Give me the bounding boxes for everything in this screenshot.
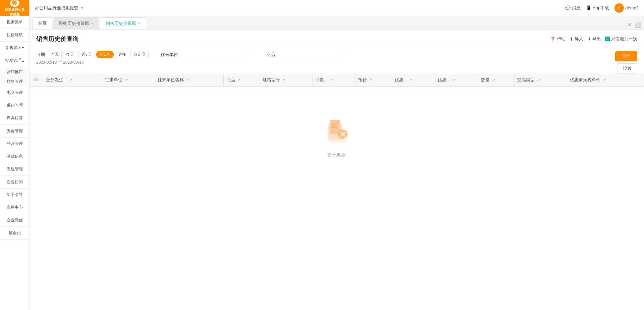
sidebar-item-app-center[interactable]: 应用中心 xyxy=(0,201,29,214)
close-window-icon[interactable]: ✕ xyxy=(628,21,632,28)
table-col-trade-type: 交易类型 ▴▾ xyxy=(515,73,567,87)
app-download-button[interactable]: 📱 App下载 xyxy=(586,5,609,11)
main-area: 办公用品行业模拟账套 ▾ 💬 消息 📱 App下载 d demo2 首页 采购历… xyxy=(30,0,644,310)
tab-purchase-close-icon[interactable]: × xyxy=(91,21,94,25)
table-header-row: ⚙ 业务发生... ▴▾ 往来单位 ▴▾ 往来单位名称 ▴▾ xyxy=(30,73,644,87)
chevron-down-icon: ▾ xyxy=(22,46,24,50)
table-col-quote: 报价 ▴▾ xyxy=(356,73,392,87)
sidebar-logo[interactable]: 畅 畅捷通好生意 标准版 xyxy=(0,0,29,16)
sidebar-item-member[interactable]: 畅会员 xyxy=(0,227,29,240)
data-table: ⚙ 业务发生... ▴▾ 往来单位 ▴▾ 往来单位名称 ▴▾ xyxy=(30,73,644,87)
export-button[interactable]: ⬇ 导出 xyxy=(587,36,601,42)
svg-rect-8 xyxy=(332,127,337,128)
sort-icon-12[interactable]: ▴▾ xyxy=(603,79,606,81)
date-btn-7days[interactable]: 近7天 xyxy=(78,51,95,58)
sort-icon-7[interactable]: ▴▾ xyxy=(370,79,372,81)
sidebar-item-wechat[interactable]: 企业微信 xyxy=(0,214,29,227)
filter-date-top: 日期 昨天 今天 近7天 近1月 更多 自定义 xyxy=(36,51,149,58)
empty-text: 暂无数据 xyxy=(327,152,346,158)
counterpart-filter-group: 往来单位 ... xyxy=(161,51,248,58)
date-btn-more[interactable]: 更多 xyxy=(115,51,129,58)
empty-state: 暂无数据 xyxy=(30,87,644,185)
sidebar: 畅 畅捷通好生意 标准版 搜索菜单 快捷导航 零售管理 ▾ 批发管理 ▴ 营销推… xyxy=(0,0,30,310)
sidebar-item-operations[interactable]: 经营管理 xyxy=(0,138,29,150)
sidebar-item-collab[interactable]: 企业协同 xyxy=(0,176,29,189)
topbar-left: 办公用品行业模拟账套 ▾ xyxy=(35,5,83,11)
sort-icon-8[interactable]: ▴▾ xyxy=(410,79,412,81)
table-col-goods: 商品 ▴▾ xyxy=(223,73,260,87)
table-col-discount2: 优惠... ▴▾ xyxy=(435,73,478,87)
settings-button[interactable]: 设置 xyxy=(617,63,637,73)
help-button[interactable]: ❓ 帮助 xyxy=(550,36,566,42)
maximize-icon[interactable]: ⬜ xyxy=(635,21,641,28)
table-col-business-date: 业务发生... ▴▾ xyxy=(43,73,102,87)
date-buttons: 昨天 今天 近7天 近1月 更多 自定义 xyxy=(48,51,149,58)
date-btn-custom[interactable]: 自定义 xyxy=(130,51,149,58)
goods-label: 商品 xyxy=(266,52,275,58)
date-btn-today[interactable]: 今天 xyxy=(63,51,77,58)
sidebar-item-retail[interactable]: 零售管理 ▾ xyxy=(0,42,29,54)
sidebar-item-wholesale[interactable]: 批发管理 ▴ xyxy=(0,54,29,67)
sort-icon-9[interactable]: ▴▾ xyxy=(453,79,455,81)
sidebar-item-search[interactable]: 搜索菜单 xyxy=(0,16,29,29)
chevron-up-icon: ▴ xyxy=(22,59,24,62)
table-col-discount1: 优惠... ▴▾ xyxy=(392,73,435,87)
avatar: d xyxy=(614,3,624,13)
sidebar-item-guide[interactable]: 新手引导 xyxy=(0,189,29,201)
tabs-right-actions: ✕ ⬜ xyxy=(628,21,641,29)
sidebar-item-system[interactable]: 系统管理 xyxy=(0,163,29,176)
sort-icon-2[interactable]: ▴▾ xyxy=(125,79,128,81)
dropdown-arrow-icon[interactable]: ▾ xyxy=(81,6,83,10)
phone-icon: 📱 xyxy=(586,5,591,10)
sort-icon-4[interactable]: ▴▾ xyxy=(237,79,240,81)
sidebar-item-base-info[interactable]: 基础信息 xyxy=(0,150,29,163)
sort-icon-11[interactable]: ▴▾ xyxy=(537,79,540,81)
table-col-spec: 规格型号 ▴▾ xyxy=(260,73,313,87)
tab-sales-close-icon[interactable]: × xyxy=(138,21,141,25)
sidebar-item-sales-mgmt[interactable]: 销售管理 xyxy=(0,77,29,87)
data-table-container: ⚙ 业务发生... ▴▾ 往来单位 ▴▾ 往来单位名称 ▴▾ xyxy=(30,73,644,185)
tab-bar: 首页 采购历史价跟踪 × 销售历史价跟踪 × ✕ ⬜ xyxy=(30,16,644,30)
goods-dots[interactable]: ... xyxy=(341,52,344,57)
sort-icon-5[interactable]: ▴▾ xyxy=(283,79,285,81)
counterpart-label: 往来单位 xyxy=(161,52,178,58)
sidebar-item-marketing[interactable]: 营销推广 xyxy=(0,67,29,77)
table-col-settings: ⚙ xyxy=(30,73,43,87)
settings-col-icon[interactable]: ⚙ xyxy=(34,77,38,83)
topbar-right: 💬 消息 📱 App下载 d demo2 xyxy=(565,3,639,13)
tab-purchase[interactable]: 采购历史价跟踪 × xyxy=(53,17,99,29)
search-button[interactable]: 查询 xyxy=(615,51,637,61)
date-filter-label: 日期 xyxy=(36,52,45,58)
svg-rect-6 xyxy=(332,123,338,124)
table-col-counterpart-name: 往来单位名称 ▴▾ xyxy=(155,73,223,87)
page-title: 销售历史价查询 xyxy=(36,35,78,43)
sort-icon[interactable]: ▴▾ xyxy=(69,79,72,81)
only-last-checkbox[interactable]: 只看最后一次 xyxy=(605,36,637,42)
import-button[interactable]: ⬆ 导入 xyxy=(570,36,583,42)
date-range-display: 2023-02-18 至 2023-03-18 xyxy=(36,60,149,65)
sidebar-item-ecommerce[interactable]: 电商管理 xyxy=(0,87,29,99)
sidebar-item-purchase[interactable]: 采购管理 xyxy=(0,99,29,112)
goods-input[interactable] xyxy=(278,51,338,58)
goods-filter-group: 商品 ... xyxy=(266,51,344,58)
counterpart-dots[interactable]: ... xyxy=(244,52,248,57)
sort-icon-6[interactable]: ▴▾ xyxy=(330,79,333,81)
sort-icon-10[interactable]: ▴▾ xyxy=(492,79,495,81)
tab-sales[interactable]: 销售历史价跟踪 × xyxy=(100,17,146,29)
import-icon: ⬆ xyxy=(570,37,573,42)
sort-icon-3[interactable]: ▴▾ xyxy=(186,79,189,81)
date-btn-yesterday[interactable]: 昨天 xyxy=(48,51,62,58)
table-col-pre-tax-price: 优惠前无税单价 ▴▾ xyxy=(567,73,644,87)
sidebar-item-finance[interactable]: 资金管理 xyxy=(0,125,29,138)
user-menu[interactable]: d demo2 xyxy=(614,3,639,13)
message-button[interactable]: 💬 消息 xyxy=(565,5,581,11)
tab-home[interactable]: 首页 xyxy=(32,17,52,29)
filter-wrapper: 日期 昨天 今天 近7天 近1月 更多 自定义 2023-02-18 至 202… xyxy=(30,47,644,73)
empty-icon xyxy=(320,113,354,147)
export-icon: ⬇ xyxy=(587,37,591,42)
sidebar-item-inventory[interactable]: 库存核算 xyxy=(0,112,29,125)
sidebar-item-nav[interactable]: 快捷导航 xyxy=(0,29,29,42)
date-btn-1month[interactable]: 近1月 xyxy=(96,51,114,58)
counterpart-input[interactable] xyxy=(181,51,241,58)
message-icon: 💬 xyxy=(565,5,571,10)
